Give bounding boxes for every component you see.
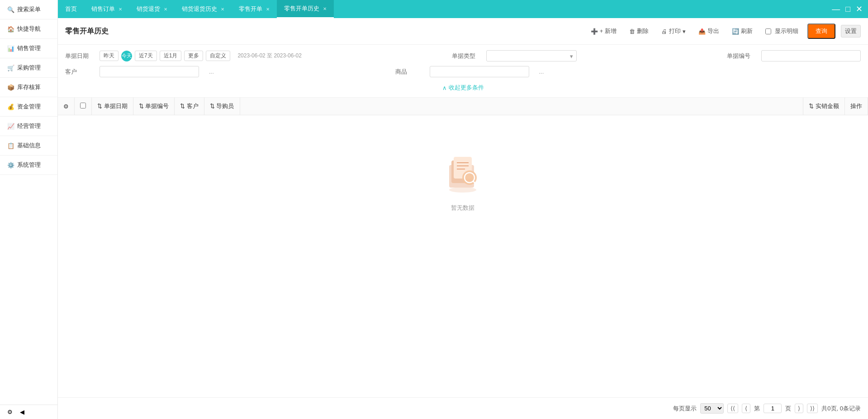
table-col-doc-date[interactable]: ⇅ 单据日期 xyxy=(92,98,133,115)
date-btn-more[interactable]: 更多 xyxy=(184,51,203,61)
window-controls: — □ ✕ xyxy=(832,4,868,14)
minimize-button[interactable]: — xyxy=(832,5,840,14)
table-select-all-checkbox[interactable] xyxy=(80,103,86,108)
query-label: 查询 xyxy=(816,27,827,35)
table-col-spacer xyxy=(240,98,803,115)
doc-no-input[interactable] xyxy=(761,50,861,61)
date-btn-today[interactable]: 今天 xyxy=(121,51,132,61)
date-btn-custom[interactable]: 自定义 xyxy=(206,51,230,61)
sys-mgmt-icon: ⚙️ xyxy=(7,162,14,169)
customer-ellipsis-btn[interactable]: ... xyxy=(206,67,217,76)
tab-sales-order[interactable]: 销售订单 ✕ xyxy=(84,0,129,18)
display-detail-checkbox[interactable] xyxy=(765,28,771,34)
product-ellipsis-btn[interactable]: ... xyxy=(536,67,547,76)
settings-label: 设置 xyxy=(845,27,857,35)
tab-retail-open[interactable]: 零售开单 ✕ xyxy=(232,0,277,18)
page-header: 零售开单历史 ➕ + 新增 🗑 删除 🖨 打印 ▾ 📤 导出 xyxy=(58,18,868,45)
search-icon: 🔍 xyxy=(7,6,14,13)
sidebar: 🔍 搜索采单 🏠 快捷导航 📊 销售管理 🛒 采购管理 📦 库存核算 💰 资金管… xyxy=(0,0,58,419)
delete-button[interactable]: 🗑 删除 xyxy=(626,25,652,37)
sidebar-item-sales-mgmt[interactable]: 📊 销售管理 xyxy=(0,39,57,58)
date-btn-last7[interactable]: 近7天 xyxy=(135,51,157,61)
settings-button[interactable]: 设置 xyxy=(841,25,861,38)
sidebar-settings-icon[interactable]: ⚙ xyxy=(7,409,13,415)
tab-sales-return-history-close[interactable]: ✕ xyxy=(221,7,224,12)
total-info: 共0页, 0条记录 xyxy=(821,405,861,413)
tab-retail-open-history[interactable]: 零售开单历史 ✕ xyxy=(277,0,334,18)
collapse-button[interactable]: ∧ 收起更多条件 xyxy=(442,84,484,92)
maximize-button[interactable]: □ xyxy=(845,5,850,14)
date-range-text: 2023-06-02 至 2023-06-02 xyxy=(237,52,301,60)
collapse-label: 收起更多条件 xyxy=(449,84,484,92)
export-button[interactable]: 📤 导出 xyxy=(695,25,723,37)
empty-illustration xyxy=(440,151,485,197)
sidebar-item-purchase-mgmt[interactable]: 🛒 采购管理 xyxy=(0,58,57,78)
tab-retail-open-history-close[interactable]: ✕ xyxy=(323,6,327,11)
tab-sales-return-close[interactable]: ✕ xyxy=(164,7,167,12)
query-button[interactable]: 查询 xyxy=(807,24,835,39)
table-settings-column[interactable]: ⚙ xyxy=(58,98,75,115)
customer-input[interactable] xyxy=(100,66,199,77)
tab-retail-open-close[interactable]: ✕ xyxy=(266,7,270,12)
sidebar-item-quick-nav[interactable]: 🏠 快捷导航 xyxy=(0,19,57,39)
date-filter-label: 单据日期 xyxy=(65,52,92,60)
collapse-row: ∧ 收起更多条件 xyxy=(65,82,861,92)
refresh-label: 刷新 xyxy=(741,27,753,35)
product-input[interactable] xyxy=(430,66,529,77)
filter-row-1: 单据日期 昨天 今天 近7天 近1月 更多 自定义 2023-06-02 至 2… xyxy=(65,50,861,61)
tab-sales-return-history-label: 销货退货历史 xyxy=(182,5,217,13)
delete-icon: 🗑 xyxy=(629,28,635,35)
sidebar-item-label: 经营管理 xyxy=(17,122,41,130)
sidebar-item-label: 资金管理 xyxy=(17,103,41,111)
tab-sales-order-close[interactable]: ✕ xyxy=(119,7,122,12)
table-container: ⚙ ⇅ 单据日期 ⇅ 单据编号 ⇅ 客户 xyxy=(58,98,868,397)
tab-sales-return-history[interactable]: 销货退货历史 ✕ xyxy=(175,0,232,18)
doc-type-select-wrapper xyxy=(486,50,577,61)
customer-col-label: ⇅ 客户 xyxy=(180,103,199,109)
close-button[interactable]: ✕ xyxy=(856,4,863,14)
search-menu-item[interactable]: 🔍 搜索采单 xyxy=(0,0,57,19)
page-suffix: 页 xyxy=(785,405,791,413)
product-label: 商品 xyxy=(395,68,422,76)
next-page-button[interactable]: ⟩ xyxy=(795,404,803,413)
print-button[interactable]: 🖨 打印 ▾ xyxy=(658,25,689,37)
date-btn-yesterday[interactable]: 昨天 xyxy=(100,51,119,61)
doc-date-col-label: ⇅ 单据日期 xyxy=(97,103,128,109)
add-button[interactable]: ➕ + 新增 xyxy=(587,25,620,37)
display-detail-button[interactable]: 显示明细 xyxy=(762,25,802,37)
table-col-salesperson[interactable]: ⇅ 导购员 xyxy=(204,98,240,115)
collapse-arrow-icon: ∧ xyxy=(442,85,447,91)
page-content: 零售开单历史 ➕ + 新增 🗑 删除 🖨 打印 ▾ 📤 导出 xyxy=(58,18,868,419)
table-checkbox-column xyxy=(75,98,92,115)
sidebar-item-inventory[interactable]: 📦 库存核算 xyxy=(0,78,57,97)
doc-type-select[interactable] xyxy=(486,50,577,61)
sidebar-item-basic-info[interactable]: 📋 基础信息 xyxy=(0,136,57,155)
tab-sales-return[interactable]: 销货退货 ✕ xyxy=(129,0,175,18)
sidebar-item-label: 销售管理 xyxy=(17,44,41,52)
last-page-button[interactable]: ⟩⟩ xyxy=(807,404,818,413)
refresh-button[interactable]: 🔄 刷新 xyxy=(728,25,756,37)
sidebar-item-sys-mgmt[interactable]: ⚙️ 系统管理 xyxy=(0,155,57,175)
table-col-customer[interactable]: ⇅ 客户 xyxy=(175,98,204,115)
sidebar-item-label: 快捷导航 xyxy=(17,25,41,33)
date-filter-buttons: 昨天 今天 近7天 近1月 更多 自定义 xyxy=(100,51,230,61)
table-col-doc-no[interactable]: ⇅ 单据编号 xyxy=(133,98,175,115)
doc-type-label: 单据类型 xyxy=(452,52,479,60)
first-page-button[interactable]: ⟨⟨ xyxy=(727,404,738,413)
page-title: 零售开单历史 xyxy=(65,27,587,36)
pagination: 每页显示 50 10 20 100 ⟨⟨ ⟨ 第 页 ⟩ ⟩⟩ 共0页, 0条记… xyxy=(58,397,868,419)
empty-text: 暂无数据 xyxy=(451,204,474,212)
table-col-actual-amount[interactable]: ⇅ 实销金额 xyxy=(803,98,845,115)
tab-home[interactable]: 首页 xyxy=(58,0,84,18)
finance-icon: 💰 xyxy=(7,104,14,110)
sidebar-collapse-icon[interactable]: ◀ xyxy=(20,409,24,415)
page-number-input[interactable] xyxy=(764,404,782,413)
per-page-select[interactable]: 50 10 20 100 xyxy=(700,403,724,414)
sidebar-item-label: 基础信息 xyxy=(17,141,41,150)
date-btn-last-month[interactable]: 近1月 xyxy=(160,51,182,61)
actual-amount-col-label: ⇅ 实销金额 xyxy=(809,103,839,109)
sidebar-item-finance[interactable]: 💰 资金管理 xyxy=(0,97,57,117)
sidebar-item-operation[interactable]: 📈 经营管理 xyxy=(0,117,57,136)
prev-page-button[interactable]: ⟨ xyxy=(742,404,750,413)
page-label: 第 xyxy=(754,405,760,413)
